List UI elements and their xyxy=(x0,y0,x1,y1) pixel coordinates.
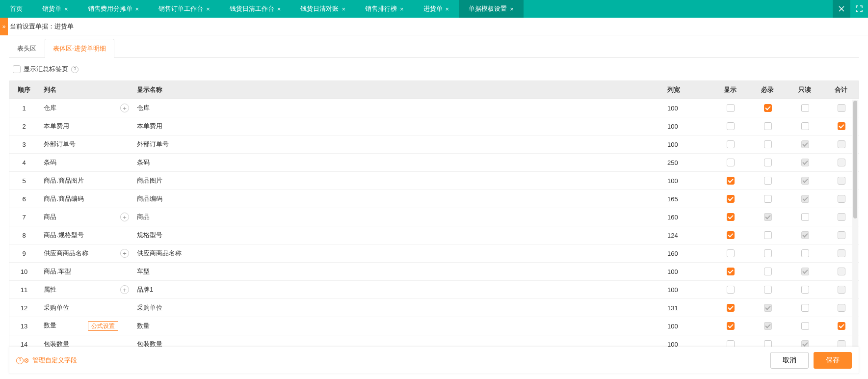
top-tab[interactable]: 销售订单工作台× xyxy=(149,0,220,18)
top-tab[interactable]: 销货单× xyxy=(32,0,78,18)
cancel-button[interactable]: 取消 xyxy=(770,352,809,369)
cell-width[interactable]: 100 xyxy=(662,172,711,190)
fullscreen-button[interactable] xyxy=(850,0,868,18)
close-icon[interactable]: × xyxy=(64,5,68,13)
readonly-checkbox[interactable] xyxy=(801,104,809,112)
top-tab[interactable]: 进货单× xyxy=(414,0,459,18)
table-row[interactable]: 12采购单位采购单位131 xyxy=(9,299,859,317)
cell-width[interactable]: 124 xyxy=(662,226,711,244)
table-row[interactable]: 11属性+品牌1100 xyxy=(9,281,859,299)
table-row[interactable]: 8商品.规格型号规格型号124 xyxy=(9,226,859,244)
readonly-checkbox[interactable] xyxy=(801,249,809,257)
show-checkbox[interactable] xyxy=(727,140,735,148)
table-row[interactable]: 7商品+商品160 xyxy=(9,208,859,226)
cell-display-name[interactable]: 采购单位 xyxy=(132,299,662,317)
cell-display-name[interactable]: 供应商商品名称 xyxy=(132,244,662,263)
cell-display-name[interactable]: 商品编码 xyxy=(132,190,662,208)
expand-column-button[interactable]: + xyxy=(120,213,129,221)
close-icon[interactable]: × xyxy=(400,5,404,13)
cell-display-name[interactable]: 仓库 xyxy=(132,99,662,117)
required-checkbox[interactable] xyxy=(764,286,772,294)
cell-width[interactable]: 100 xyxy=(662,99,711,117)
save-button[interactable]: 保存 xyxy=(814,352,852,369)
table-row[interactable]: 3外部订单号外部订单号100 xyxy=(9,135,859,154)
table-row[interactable]: 10商品.车型车型100 xyxy=(9,263,859,281)
cell-width[interactable]: 131 xyxy=(662,299,711,317)
sum-checkbox[interactable] xyxy=(838,322,845,330)
cell-width[interactable]: 100 xyxy=(662,263,711,281)
show-checkbox[interactable] xyxy=(727,304,735,312)
readonly-checkbox[interactable] xyxy=(801,304,809,312)
scrollbar-thumb[interactable] xyxy=(853,101,857,218)
readonly-checkbox[interactable] xyxy=(801,213,809,221)
top-tab[interactable]: 销售费用分摊单× xyxy=(78,0,149,18)
cell-width[interactable]: 165 xyxy=(662,190,711,208)
show-checkbox[interactable] xyxy=(727,213,735,221)
required-checkbox[interactable] xyxy=(764,159,772,166)
required-checkbox[interactable] xyxy=(764,122,772,130)
cell-width[interactable]: 160 xyxy=(662,244,711,263)
top-tab[interactable]: 销售排行榜× xyxy=(355,0,414,18)
readonly-checkbox[interactable] xyxy=(801,286,809,294)
help-icon[interactable]: ? xyxy=(71,66,79,73)
close-icon[interactable]: × xyxy=(206,5,210,13)
manage-custom-fields-link[interactable]: ⚙ 管理自定义字段 xyxy=(24,356,77,365)
show-checkbox[interactable] xyxy=(727,286,735,294)
show-checkbox[interactable] xyxy=(727,249,735,257)
section-tab[interactable]: 表体区-进货单明细 xyxy=(45,39,114,58)
table-scrollbar[interactable] xyxy=(852,100,858,371)
cell-display-name[interactable]: 商品图片 xyxy=(132,172,662,190)
cell-display-name[interactable]: 品牌1 xyxy=(132,281,662,299)
cell-display-name[interactable]: 车型 xyxy=(132,263,662,281)
show-checkbox[interactable] xyxy=(727,159,735,166)
required-checkbox[interactable] xyxy=(764,195,772,203)
table-row[interactable]: 1仓库+仓库100 xyxy=(9,99,859,117)
show-checkbox[interactable] xyxy=(727,322,735,330)
close-icon[interactable]: × xyxy=(510,5,514,13)
cell-display-name[interactable]: 规格型号 xyxy=(132,226,662,244)
close-icon[interactable]: × xyxy=(446,5,449,13)
cell-display-name[interactable]: 数量 xyxy=(132,317,662,335)
top-tab[interactable]: 钱货日清工作台× xyxy=(220,0,291,18)
table-row[interactable]: 2本单费用本单费用100 xyxy=(9,117,859,135)
required-checkbox[interactable] xyxy=(764,140,772,148)
required-checkbox[interactable] xyxy=(764,104,772,112)
section-tab[interactable]: 表头区 xyxy=(9,39,45,58)
expand-column-button[interactable]: + xyxy=(120,249,129,258)
top-tab[interactable]: 钱货日清对账× xyxy=(290,0,355,18)
cell-width[interactable]: 160 xyxy=(662,208,711,226)
cell-display-name[interactable]: 条码 xyxy=(132,154,662,172)
readonly-checkbox[interactable] xyxy=(801,122,809,130)
show-checkbox[interactable] xyxy=(727,122,735,130)
show-checkbox[interactable] xyxy=(727,177,735,185)
collapse-sidebar-button[interactable]: » xyxy=(0,18,8,35)
table-row[interactable]: 13数量公式设置数量100 xyxy=(9,317,859,335)
cell-display-name[interactable]: 外部订单号 xyxy=(132,135,662,154)
required-checkbox[interactable] xyxy=(764,249,772,257)
show-checkbox[interactable] xyxy=(727,195,735,203)
table-row[interactable]: 9供应商商品名称+供应商商品名称160 xyxy=(9,244,859,263)
cell-width[interactable]: 100 xyxy=(662,117,711,135)
help-icon[interactable]: ? xyxy=(16,357,24,364)
table-row[interactable]: 5商品.商品图片商品图片100 xyxy=(9,172,859,190)
cell-width[interactable]: 250 xyxy=(662,154,711,172)
required-checkbox[interactable] xyxy=(764,268,772,275)
show-checkbox[interactable] xyxy=(727,268,735,275)
required-checkbox[interactable] xyxy=(764,177,772,185)
close-icon[interactable]: × xyxy=(135,5,139,13)
cell-width[interactable]: 100 xyxy=(662,281,711,299)
cell-display-name[interactable]: 本单费用 xyxy=(132,117,662,135)
required-checkbox[interactable] xyxy=(764,231,772,239)
sum-checkbox[interactable] xyxy=(838,122,845,130)
close-all-tabs-button[interactable] xyxy=(833,0,850,18)
show-summary-checkbox[interactable] xyxy=(13,65,21,73)
formula-badge[interactable]: 公式设置 xyxy=(88,321,118,331)
expand-column-button[interactable]: + xyxy=(120,104,129,112)
show-checkbox[interactable] xyxy=(727,104,735,112)
cell-width[interactable]: 100 xyxy=(662,135,711,154)
cell-width[interactable]: 100 xyxy=(662,317,711,335)
expand-column-button[interactable]: + xyxy=(120,285,129,294)
table-row[interactable]: 6商品.商品编码商品编码165 xyxy=(9,190,859,208)
readonly-checkbox[interactable] xyxy=(801,322,809,330)
close-icon[interactable]: × xyxy=(342,5,345,13)
